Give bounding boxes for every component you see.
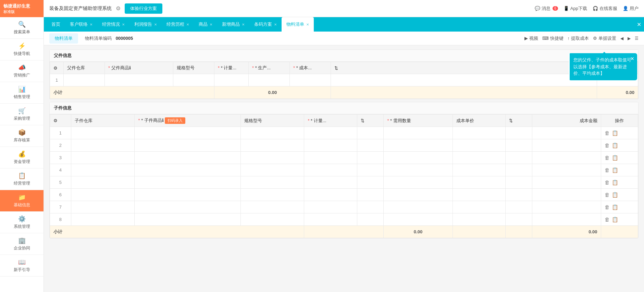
- child-row-6-unit[interactable]: [304, 189, 357, 201]
- child-row-2-spec[interactable]: [240, 139, 304, 152]
- online-service-btn[interactable]: 🎧 在线客服: [593, 5, 617, 12]
- child-row-5-unit[interactable]: [304, 176, 357, 189]
- child-row-4-warehouse[interactable]: [71, 164, 135, 176]
- child-row-6-goods[interactable]: [135, 189, 240, 201]
- child-row-7-goods[interactable]: [135, 201, 240, 213]
- tab-profit-close[interactable]: ✕: [154, 23, 157, 26]
- child-row-6-qty[interactable]: [384, 189, 453, 201]
- child-row-4-unit[interactable]: [304, 164, 357, 176]
- copy-icon-6[interactable]: 📋: [612, 192, 618, 198]
- copy-icon-1[interactable]: 📋: [612, 130, 618, 136]
- child-row-3-unit[interactable]: [304, 152, 357, 164]
- parent-row-1-goods[interactable]: [105, 74, 173, 86]
- sidebar-item-purchase[interactable]: 🛒 采购管理: [0, 104, 44, 125]
- child-row-2-qty[interactable]: [384, 139, 453, 152]
- child-row-8-spec[interactable]: [240, 213, 304, 226]
- parent-row-1-spec[interactable]: [173, 74, 214, 86]
- tab-customer-close[interactable]: ✕: [90, 23, 92, 26]
- tab-operations[interactable]: 经营情况 ✕: [97, 17, 129, 32]
- child-row-1-warehouse[interactable]: [71, 127, 135, 139]
- delete-icon-2[interactable]: 🗑: [605, 142, 610, 148]
- tab-bom[interactable]: 物料清单 ✕: [282, 17, 314, 32]
- child-row-5-warehouse[interactable]: [71, 176, 135, 189]
- extract-cost-btn[interactable]: ↑ 提取成本: [568, 35, 589, 42]
- copy-icon-8[interactable]: 📋: [612, 217, 618, 223]
- tab-goods-close[interactable]: ✕: [210, 23, 212, 26]
- sub-tab-bom-list[interactable]: 物料清单: [49, 33, 78, 44]
- experience-btn[interactable]: 体验行业方案: [125, 3, 162, 14]
- child-row-5-goods[interactable]: [135, 176, 240, 189]
- child-row-6-warehouse[interactable]: [71, 189, 135, 201]
- child-row-3-qty[interactable]: [384, 152, 453, 164]
- copy-icon-2[interactable]: 📋: [612, 142, 618, 149]
- child-row-7-spec[interactable]: [240, 201, 304, 213]
- child-row-6-unit-price[interactable]: [453, 189, 506, 201]
- child-row-8-unit-price[interactable]: [453, 213, 506, 226]
- child-row-7-unit[interactable]: [304, 201, 357, 213]
- child-row-1-spec[interactable]: [240, 127, 304, 139]
- child-row-2-unit[interactable]: [304, 139, 357, 152]
- child-row-6-spec[interactable]: [240, 189, 304, 201]
- user-btn[interactable]: 👤 用户: [623, 5, 639, 12]
- tab-operations-close[interactable]: ✕: [122, 23, 125, 26]
- prev-btn[interactable]: ◀: [620, 36, 623, 41]
- sub-tab-bom-code[interactable]: 物料清单编码 0000005: [79, 33, 138, 44]
- parent-row-1-unit[interactable]: [214, 74, 249, 86]
- child-row-7-unit-price[interactable]: [453, 201, 506, 213]
- sidebar-item-system[interactable]: ⚙️ 系统管理: [0, 212, 44, 233]
- sidebar-item-operations[interactable]: 📋 经营管理: [0, 168, 44, 190]
- shortcut-btn[interactable]: ⌨ 快捷键: [542, 35, 564, 42]
- child-row-8-qty[interactable]: [384, 213, 453, 226]
- sidebar-item-inventory[interactable]: 📦 库存核算: [0, 125, 44, 147]
- single-settings-btn[interactable]: ⚙ 单据设置: [593, 35, 616, 42]
- sidebar-item-basic-info[interactable]: 📁 基础信息: [0, 190, 44, 212]
- child-row-3-spec[interactable]: [240, 152, 304, 164]
- sidebar-item-sales[interactable]: 📊 销售管理: [0, 82, 44, 104]
- app-download-btn[interactable]: 📱 App下载: [564, 5, 587, 12]
- child-row-4-qty[interactable]: [384, 164, 453, 176]
- tab-goods[interactable]: 商品 ✕: [194, 17, 217, 32]
- child-row-5-unit-price[interactable]: [453, 176, 506, 189]
- child-row-7-warehouse[interactable]: [71, 201, 135, 213]
- child-row-1-goods[interactable]: [135, 127, 240, 139]
- tab-customer[interactable]: 客户联络 ✕: [65, 17, 97, 32]
- delete-icon-6[interactable]: 🗑: [605, 192, 610, 198]
- child-row-2-goods[interactable]: [135, 139, 240, 152]
- parent-row-1-cost[interactable]: [290, 74, 331, 86]
- delete-icon-4[interactable]: 🗑: [605, 167, 610, 173]
- sidebar-item-quick-nav[interactable]: ⚡ 快捷导航: [0, 39, 44, 60]
- sidebar-item-search[interactable]: 🔍 搜索菜单: [0, 17, 44, 39]
- child-row-5-qty[interactable]: [384, 176, 453, 189]
- tab-barcode[interactable]: 条码方案 ✕: [249, 17, 282, 32]
- child-row-3-warehouse[interactable]: [71, 152, 135, 164]
- copy-icon-5[interactable]: 📋: [612, 179, 618, 186]
- copy-icon-7[interactable]: 📋: [612, 204, 618, 210]
- delete-icon-8[interactable]: 🗑: [605, 217, 610, 222]
- view-btn[interactable]: ▶ 视频: [524, 35, 538, 42]
- tab-new-goods-close[interactable]: ✕: [242, 23, 245, 26]
- child-row-1-qty[interactable]: [384, 127, 453, 139]
- tab-profit[interactable]: 利润报告 ✕: [129, 17, 162, 32]
- scan-btn[interactable]: 扫码录入: [165, 117, 185, 124]
- copy-icon-4[interactable]: 📋: [612, 167, 618, 173]
- child-row-7-qty[interactable]: [384, 201, 453, 213]
- copy-icon-3[interactable]: 📋: [612, 155, 618, 161]
- tooltip-close-btn[interactable]: ✕: [630, 55, 634, 62]
- sidebar-item-enterprise[interactable]: 🏢 企业协同: [0, 233, 44, 255]
- tab-barcode-close[interactable]: ✕: [274, 23, 277, 26]
- sidebar-item-marketing[interactable]: 📣 营销推广: [0, 60, 44, 82]
- parent-row-1-warehouse[interactable]: [64, 74, 105, 86]
- next-btn[interactable]: ▶: [628, 36, 631, 41]
- sidebar-item-finance[interactable]: 💰 资金管理: [0, 147, 44, 168]
- child-row-4-goods[interactable]: [135, 164, 240, 176]
- child-row-3-goods[interactable]: [135, 152, 240, 164]
- child-row-8-goods[interactable]: [135, 213, 240, 226]
- child-row-1-unit-price[interactable]: [453, 127, 506, 139]
- child-row-1-unit[interactable]: [304, 127, 357, 139]
- sidebar-item-guide[interactable]: 📖 新手引导: [0, 255, 44, 277]
- child-row-5-spec[interactable]: [240, 176, 304, 189]
- message-btn[interactable]: 💬 消息 6: [535, 5, 558, 12]
- child-row-2-unit-price[interactable]: [453, 139, 506, 152]
- tab-history[interactable]: 经营历程 ✕: [162, 17, 194, 32]
- tab-new-goods[interactable]: 新增商品 ✕: [217, 17, 249, 32]
